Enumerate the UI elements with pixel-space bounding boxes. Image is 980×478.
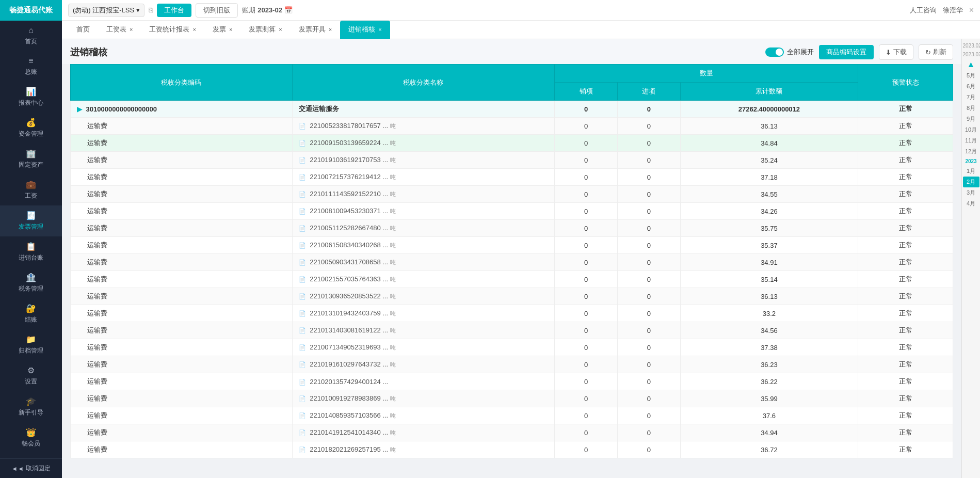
month-4[interactable]: 4月 xyxy=(963,198,979,209)
switch-version-button[interactable]: 切到旧版 xyxy=(196,3,238,18)
cumulative-cell: 36.13 xyxy=(680,288,858,305)
refresh-button[interactable]: ↻ 刷新 xyxy=(919,44,953,60)
status-cell: 正常 xyxy=(858,220,953,237)
table-row: 运输费 📄 2210061508340340268 ... 吨 0 0 35.3… xyxy=(71,237,953,254)
sidebar-item-label: 资金管理 xyxy=(19,130,43,138)
tab-label: 发票测算 xyxy=(249,25,276,34)
sidebar-item-capital[interactable]: 💰 资金管理 xyxy=(0,113,62,144)
month-3[interactable]: 3月 xyxy=(963,187,979,198)
scroll-up-icon[interactable]: ▲ xyxy=(966,59,976,70)
sale-cell: 0 xyxy=(555,220,618,237)
sidebar-item-ledger[interactable]: ≡ 总账 xyxy=(0,51,62,82)
sidebar-item-label: 畅会员 xyxy=(22,439,40,448)
month-8[interactable]: 8月 xyxy=(963,103,979,114)
month-10[interactable]: 10月 xyxy=(963,124,979,135)
invoice-num-cell: 📄 2210191036192170753 ... 吨 xyxy=(292,152,555,169)
expand-toggle[interactable]: 全部展开 xyxy=(765,47,814,57)
tab-close-icon[interactable]: × xyxy=(229,26,232,33)
table-row: 运输费 📄 2210021557035764363 ... 吨 0 0 35.1… xyxy=(71,271,953,288)
tab-salary-stats[interactable]: 工资统计报表 × xyxy=(141,21,204,39)
tax-code-cell: 运输费 xyxy=(71,356,293,373)
year-2023-label: 2023 xyxy=(963,157,979,166)
sidebar-item-tax[interactable]: 🏦 税务管理 xyxy=(0,267,62,298)
purchase-cell: 0 xyxy=(617,339,680,356)
status-cell: 正常 xyxy=(858,135,953,152)
settings-button[interactable]: 商品编码设置 xyxy=(819,45,874,59)
workspace-button[interactable]: 工作台 xyxy=(157,4,191,17)
cumulative-cell: 34.91 xyxy=(680,254,858,271)
app-logo: 畅捷通易代账 xyxy=(0,0,62,21)
tab-invoice-calc[interactable]: 发票测算 × xyxy=(240,21,290,39)
month-7[interactable]: 7月 xyxy=(963,92,979,103)
tab-close-icon[interactable]: × xyxy=(378,26,381,33)
status-cell: 正常 xyxy=(858,390,953,407)
purchase-cell: 0 xyxy=(617,203,680,220)
month-6[interactable]: 6月 xyxy=(963,81,979,92)
table-header-row: 税收分类编码 税收分类名称 数量 预警状态 xyxy=(71,65,953,83)
support-link[interactable]: 人工咨询 xyxy=(910,6,937,15)
month-1[interactable]: 1月 xyxy=(963,166,979,177)
purchase-cell: 0 xyxy=(617,271,680,288)
tab-close-icon[interactable]: × xyxy=(279,26,282,33)
col-status: 预警状态 xyxy=(858,65,953,101)
user-name: 徐淫华 xyxy=(943,6,963,15)
unpin-button[interactable]: ◄◄ 取消固定 xyxy=(0,458,62,478)
sale-cell: 0 xyxy=(555,288,618,305)
gear-icon: ⚙ xyxy=(27,365,35,375)
sidebar-item-settings[interactable]: ⚙ 设置 xyxy=(0,360,62,391)
sidebar-item-trade[interactable]: 📋 进销台账 xyxy=(0,236,62,267)
window-close-icon[interactable]: × xyxy=(969,6,974,15)
invoice-num-cell: 📄 2210052338178017657 ... 吨 xyxy=(292,118,555,135)
sidebar-item-label: 工资 xyxy=(25,192,37,200)
tab-close-icon[interactable]: × xyxy=(192,26,196,33)
status-cell: 正常 xyxy=(858,373,953,390)
tax-code-cell: 运输费 xyxy=(71,135,293,152)
collapse-icon[interactable]: ▶ xyxy=(77,105,82,113)
status-cell: 正常 xyxy=(858,118,953,135)
copy-icon[interactable]: ⎘ xyxy=(149,6,153,14)
sidebar-item-member[interactable]: 👑 畅会员 xyxy=(0,422,62,453)
sidebar-item-guide[interactable]: 🎓 新手引导 xyxy=(0,391,62,422)
tab-close-icon[interactable]: × xyxy=(130,26,133,33)
table-row: 运输费 📄 2210100919278983869 ... 吨 0 0 35.9… xyxy=(71,390,953,407)
month-9[interactable]: 9月 xyxy=(963,114,979,124)
sidebar-item-invoice[interactable]: 🧾 发票管理 xyxy=(0,205,62,236)
page-header: 进销稽核 全部展开 商品编码设置 ⬇ 下载 ↻ 刷新 xyxy=(62,39,961,64)
sidebar-item-asset[interactable]: 🏢 固定资产 xyxy=(0,144,62,174)
table-wrapper[interactable]: 税收分类编码 税收分类名称 数量 预警状态 销项 进项 累计数额 xyxy=(62,64,961,478)
cumulative-cell: 35.99 xyxy=(680,390,858,407)
month-12[interactable]: 12月 xyxy=(963,146,979,157)
sidebar-item-label: 报表中心 xyxy=(19,99,43,107)
company-selector[interactable]: (勿动) 江西报宝-LSS ▾ xyxy=(68,4,144,17)
sidebar-item-report[interactable]: 📊 报表中心 xyxy=(0,82,62,113)
month-2[interactable]: 2月 xyxy=(963,177,979,187)
month-5[interactable]: 5月 xyxy=(963,70,979,81)
cumulative-cell: 37.6 xyxy=(680,407,858,424)
cumulative-cell: 34.55 xyxy=(680,186,858,203)
tab-salary-table[interactable]: 工资表 × xyxy=(98,21,141,39)
tab-reconcile[interactable]: 进销稽核 × xyxy=(340,21,390,39)
month-11[interactable]: 11月 xyxy=(963,135,979,146)
calendar-icon[interactable]: 📅 xyxy=(284,6,293,14)
sidebar-item-salary[interactable]: 💼 工资 xyxy=(0,174,62,205)
sidebar-item-close[interactable]: 🔐 结账 xyxy=(0,298,62,329)
tab-close-icon[interactable]: × xyxy=(329,26,332,33)
status-cell: 正常 xyxy=(858,356,953,373)
salary-icon: 💼 xyxy=(26,180,36,189)
topbar-right: 人工咨询 徐淫华 × xyxy=(910,6,974,15)
sidebar-item-home[interactable]: ⌂ 首页 xyxy=(0,21,62,51)
tab-invoice[interactable]: 发票 × xyxy=(204,21,240,39)
col-sale: 销项 xyxy=(555,83,618,101)
tab-home[interactable]: 首页 xyxy=(68,21,98,39)
cumulative-cell: 35.24 xyxy=(680,152,858,169)
tab-invoice-open[interactable]: 发票开具 × xyxy=(291,21,340,39)
status-cell: 正常 xyxy=(858,288,953,305)
col-quantity-group: 数量 xyxy=(555,65,858,83)
tax-code-cell: 运输费 xyxy=(71,169,293,186)
toggle-switch[interactable] xyxy=(765,47,784,57)
cumulative-cell: 36.72 xyxy=(680,441,858,458)
sidebar-item-archive[interactable]: 📁 归档管理 xyxy=(0,329,62,360)
sidebar-item-label: 固定资产 xyxy=(19,161,43,169)
download-button[interactable]: ⬇ 下载 xyxy=(879,44,913,60)
purchase-cell: 0 xyxy=(617,186,680,203)
